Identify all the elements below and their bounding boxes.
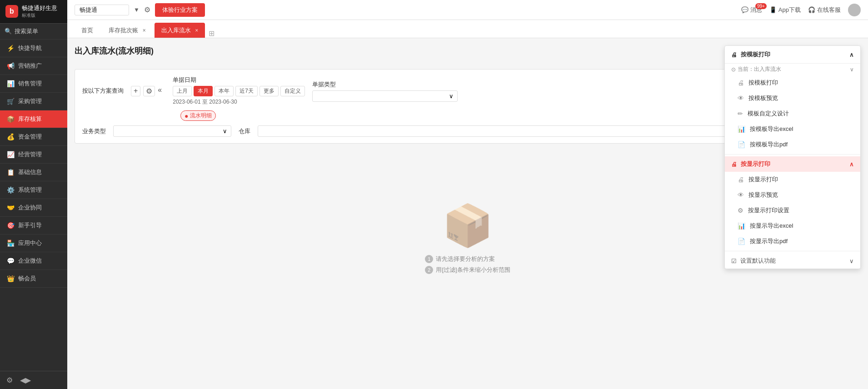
breadcrumb-arrow-icon: ▼ xyxy=(134,6,140,13)
dropdown-item-display-export-excel[interactable]: 📊 按显示导出excel xyxy=(725,218,860,234)
sidebar-item-quick-nav[interactable]: ⚡ 快捷导航 xyxy=(0,40,67,57)
business-type-label: 业务类型 xyxy=(82,127,106,135)
sidebar-item-app-center[interactable]: 🏪 应用中心 xyxy=(0,234,67,252)
tab-flow[interactable]: 出入库流水 × xyxy=(155,23,205,38)
tab-batch-account-label: 库存批次账 xyxy=(109,27,138,34)
message-badge[interactable]: 💬 消息 99+ xyxy=(741,6,762,14)
marketing-icon: 📢 xyxy=(6,62,15,70)
sidebar-search[interactable]: 🔍 搜索菜单 xyxy=(0,24,67,40)
sidebar-item-wechat[interactable]: 💬 企业微信 xyxy=(0,252,67,270)
display-print-settings-icon: ⚙ xyxy=(738,207,743,214)
excel-icon: 📊 xyxy=(738,125,745,133)
sidebar-bottom: ⚙ ◀▶ xyxy=(0,371,67,389)
header-gear-icon[interactable]: ⚙ xyxy=(144,5,150,14)
settings-icon[interactable]: ⚙ xyxy=(6,376,13,384)
sidebar-item-finance[interactable]: 💰 资金管理 xyxy=(0,128,67,146)
display-printer-icon: 🖨 xyxy=(738,176,744,183)
message-icon: 💬 xyxy=(741,6,748,13)
sidebar-item-guide[interactable]: 🎯 新手引导 xyxy=(0,217,67,234)
page-title: 出入库流水(流水明细) xyxy=(75,45,154,56)
sidebar-item-purchase[interactable]: 🛒 采购管理 xyxy=(0,93,67,110)
app-center-icon: 🏪 xyxy=(6,239,15,247)
logo-title: 畅捷通好生意 xyxy=(22,5,57,12)
template-export-pdf-label: 按模板导出pdf xyxy=(750,140,788,149)
tab-expand-icon[interactable]: ⊞ xyxy=(209,29,215,38)
hint-num-2: 2 xyxy=(425,266,433,274)
display-section-collapse-icon[interactable]: ∧ xyxy=(849,161,854,168)
filter-collapse-icon[interactable]: « xyxy=(158,86,162,96)
display-print-label: 按显示打印 xyxy=(748,175,778,184)
tab-home-label: 首页 xyxy=(81,27,93,34)
warehouse-input[interactable]: ··· xyxy=(258,125,804,137)
tab-batch-account-close-icon[interactable]: × xyxy=(143,27,146,34)
dropdown-item-template-print[interactable]: 🖨 按模板打印 xyxy=(725,75,860,90)
sidebar-item-label: 经营管理 xyxy=(18,150,42,159)
current-text: 当前：出入库流水 xyxy=(738,65,781,73)
default-func-icon: ☑ xyxy=(731,258,737,264)
dropdown-item-display-export-pdf[interactable]: 📄 按显示导出pdf xyxy=(725,234,860,249)
dropdown-item-display-preview[interactable]: 👁 按显示预览 xyxy=(725,187,860,203)
business-expand-icon: ∨ xyxy=(223,128,227,135)
sidebar-item-membership[interactable]: 👑 畅会员 xyxy=(0,270,67,288)
logo-icon: b xyxy=(5,5,18,18)
voucher-type-section: 单据类型 ∨ xyxy=(312,80,458,102)
default-func-label: 设置默认功能 xyxy=(740,257,776,265)
operations-icon: 📈 xyxy=(6,150,15,159)
date-btn-7days[interactable]: 近7天 xyxy=(235,86,258,96)
printer-icon: 🖨 xyxy=(738,79,744,86)
sidebar-item-marketing[interactable]: 📢 营销推广 xyxy=(0,57,67,75)
online-service-link[interactable]: 🎧 在线客服 xyxy=(808,6,841,14)
app-download-link[interactable]: 📱 App下载 xyxy=(769,6,801,14)
inventory-icon: 📦 xyxy=(6,115,15,123)
sidebar-item-cooperation[interactable]: 🤝 企业协同 xyxy=(0,199,67,217)
display-export-excel-label: 按显示导出excel xyxy=(750,222,793,230)
flow-detail-chip[interactable]: ● 流水明细 xyxy=(180,110,216,121)
current-icon: ⊙ xyxy=(731,66,736,73)
display-print-section-header[interactable]: 🖨 按显示打印 ∧ xyxy=(725,156,860,172)
dropdown-item-template-customize[interactable]: ✏ 模板自定义设计 xyxy=(725,106,860,121)
tab-home[interactable]: 首页 xyxy=(75,23,100,38)
collapse-sidebar-icon[interactable]: ◀▶ xyxy=(20,376,31,384)
header: 畅捷通 ▼ ⚙ 体验行业方案 💬 消息 99+ 📱 App下载 🎧 在线客服 xyxy=(67,0,868,20)
dropdown-item-template-export-excel[interactable]: 📊 按模板导出excel xyxy=(725,121,860,137)
tab-batch-account[interactable]: 库存批次账 × xyxy=(102,23,153,38)
sidebar-item-label: 快捷导航 xyxy=(18,44,42,52)
date-btn-more[interactable]: 更多 xyxy=(259,86,279,96)
filter-settings-icon[interactable]: ⚙ xyxy=(143,86,155,96)
sidebar-item-basic[interactable]: 📋 基础信息 xyxy=(0,164,67,181)
business-type-input[interactable]: ∨ xyxy=(113,125,231,137)
tab-flow-label: 出入库流水 xyxy=(161,27,191,34)
date-btn-custom[interactable]: 自定义 xyxy=(280,86,305,96)
dropdown-item-display-print-settings[interactable]: ⚙ 按显示打印设置 xyxy=(725,203,860,218)
voucher-type-input[interactable]: ∨ xyxy=(312,90,458,102)
main-area: 畅捷通 ▼ ⚙ 体验行业方案 💬 消息 99+ 📱 App下载 🎧 在线客服 xyxy=(67,0,868,389)
warehouse-label: 仓库 xyxy=(239,127,250,135)
display-excel-icon: 📊 xyxy=(738,222,745,229)
avatar[interactable] xyxy=(848,4,861,16)
dropdown-item-display-print[interactable]: 🖨 按显示打印 xyxy=(725,172,860,187)
dropdown-item-template-export-pdf[interactable]: 📄 按模板导出pdf xyxy=(725,137,860,152)
date-btn-this-month[interactable]: 本月 xyxy=(194,86,213,96)
default-func-expand-icon: ∨ xyxy=(849,258,854,264)
sidebar-item-sales[interactable]: 📊 销售管理 xyxy=(0,75,67,93)
dropdown-title: 按模板打印 xyxy=(741,50,770,59)
sidebar-item-operations[interactable]: 📈 经营管理 xyxy=(0,146,67,164)
sidebar-item-inventory[interactable]: 📦 库存核算 xyxy=(0,110,67,128)
sidebar-item-label: 营销推广 xyxy=(18,62,42,70)
hint-item-1: 1 请先选择要分析的方案 xyxy=(425,255,510,263)
tab-flow-close-icon[interactable]: × xyxy=(195,27,198,34)
dropdown-divider xyxy=(725,154,860,155)
default-func-section[interactable]: ☑ 设置默认功能 ∨ xyxy=(725,253,860,269)
quick-nav-icon: ⚡ xyxy=(6,44,15,52)
trial-button[interactable]: 体验行业方案 xyxy=(155,3,205,17)
sidebar-item-system[interactable]: ⚙️ 系统管理 xyxy=(0,181,67,199)
dropdown-expand-arrow-icon[interactable]: ∧ xyxy=(849,51,854,58)
sidebar-item-label: 系统管理 xyxy=(18,186,42,194)
filter-add-button[interactable]: + xyxy=(131,86,140,96)
header-left: 畅捷通 ▼ ⚙ 体验行业方案 xyxy=(75,3,205,17)
dropdown-item-template-preview[interactable]: 👁 按模板预览 xyxy=(725,90,860,106)
date-btn-last-month[interactable]: 上月 xyxy=(173,86,192,96)
app-icon: 📱 xyxy=(769,6,777,13)
date-btn-this-year[interactable]: 本年 xyxy=(215,86,234,96)
page-content: 出入库流水(流水明细) 🖨 按模板打印 ∧ ⬆ 导出 ↻ 刷新 xyxy=(67,38,868,389)
